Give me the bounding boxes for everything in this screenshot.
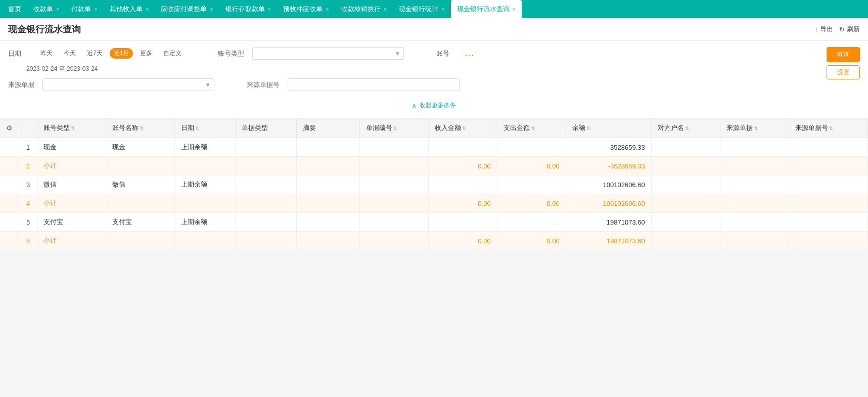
account-dots-button[interactable]: ... [465,49,474,58]
col-income[interactable]: 收入金额⇅ [428,118,497,138]
chevron-down-icon: ▾ [206,81,210,89]
nav-tab-shoukuan[interactable]: 收款单 × [27,0,65,18]
col-balance[interactable]: 余额⇅ [566,118,651,138]
col-source-doc[interactable]: 来源单据⇅ [720,118,789,138]
table-row: 4小计0.000.00100102606.60 [0,194,868,213]
date-opt-1month[interactable]: 近1月 [110,48,133,59]
right-buttons: 查询 设置 [827,47,860,79]
nav-tab-verification[interactable]: 收款核销执行 × [335,0,393,18]
col-settings[interactable]: ⚙ [0,118,19,138]
sort-icon: ⇅ [393,125,397,131]
table-container: ⚙ 账号类型⇅ 账号名称⇅ 日期⇅ 单据类型 摘要 单据编号⇅ 收入金 [0,118,868,250]
chevron-down-icon: ▾ [396,50,399,57]
sort-icon: ⇅ [195,125,199,131]
account-type-label: 账号类型 [218,49,244,58]
close-icon[interactable]: × [513,6,516,12]
data-table: ⚙ 账号类型⇅ 账号名称⇅ 日期⇅ 单据类型 摘要 单据编号⇅ 收入金 [0,118,868,250]
refresh-button[interactable]: ↻ 刷新 [839,25,860,34]
col-counterparty[interactable]: 对方户名⇅ [651,118,720,138]
collapse-bar[interactable]: ∧ 收起更多条件 [8,99,860,112]
export-icon: ↑ [815,26,818,33]
nav-tab-bank-deposit[interactable]: 银行存取款单 × [219,0,277,18]
collapse-label: 收起更多条件 [420,101,456,110]
date-opt-yesterday[interactable]: 昨天 [36,48,57,59]
sort-icon: ⇅ [754,125,758,131]
source-doc-label: 来源单据 [8,80,34,90]
col-expense[interactable]: 支出金额⇅ [497,118,566,138]
nav-tab-flow-query[interactable]: 现金银行流水查询 × [451,0,522,18]
close-icon[interactable]: × [146,6,149,12]
nav-tab-fukuan[interactable]: 付款单 × [65,0,103,18]
close-icon[interactable]: × [384,6,387,12]
close-icon[interactable]: × [441,6,444,12]
account-label: 账号 [436,49,456,58]
close-icon[interactable]: × [326,6,329,12]
source-doc-no-label: 来源单据号 [247,80,280,90]
export-button[interactable]: ↑ 导出 [815,25,834,34]
collapse-icon: ∧ [412,102,417,109]
table-header-row: ⚙ 账号类型⇅ 账号名称⇅ 日期⇅ 单据类型 摘要 单据编号⇅ 收入金 [0,118,868,138]
filter-area: 日期 昨天 今天 近7天 近1月 更多 自定义 账号类型 ▾ [0,41,868,118]
col-summary: 摘要 [296,118,359,138]
top-nav: 首页 收款单 × 付款单 × 其他收入单 × 应收应付调整单 × 银行存取款单 … [0,0,868,18]
nav-home[interactable]: 首页 [2,5,27,14]
nav-tab-other-income[interactable]: 其他收入单 × [104,0,155,18]
col-date[interactable]: 日期⇅ [174,118,235,138]
close-icon[interactable]: × [56,6,59,12]
sort-icon: ⇅ [71,125,75,131]
nav-tab-prepayment[interactable]: 预收冲应收单 × [277,0,335,18]
col-row-num [19,118,37,138]
nav-tab-adjustment[interactable]: 应收应付调整单 × [155,0,219,18]
date-opt-custom[interactable]: 自定义 [159,48,186,59]
refresh-icon: ↻ [839,26,845,33]
close-icon[interactable]: × [94,6,97,12]
settings-button[interactable]: 设置 [827,65,860,79]
date-range-display: 2023-02-24 至 2023-03-24 [26,65,98,72]
table-row: 6小计0.000.0019871073.60 [0,232,868,250]
settings-icon[interactable]: ⚙ [6,124,13,132]
col-account-type[interactable]: 账号类型⇅ [37,118,106,138]
col-doc-type: 单据类型 [236,118,296,138]
query-button[interactable]: 查询 [827,47,860,62]
account-type-input[interactable]: ▾ [252,47,404,60]
page-title: 现金银行流水查询 [8,23,81,35]
sort-icon: ⇅ [140,125,144,131]
date-opt-today[interactable]: 今天 [60,48,80,59]
table-row: 3微信微信上期余额100102606.60 [0,175,868,194]
sort-icon: ⇅ [462,125,466,131]
table-row: 1现金现金上期余额-3528659.33 [0,138,868,157]
close-icon[interactable]: × [210,6,213,12]
col-doc-no[interactable]: 单据编号⇅ [359,118,428,138]
sort-icon: ⇅ [829,125,833,131]
date-options: 昨天 今天 近7天 近1月 更多 自定义 [36,48,186,59]
source-doc-no-input[interactable] [288,78,460,91]
source-doc-input[interactable]: ▾ [42,78,214,91]
col-account-name[interactable]: 账号名称⇅ [106,118,174,138]
date-opt-more[interactable]: 更多 [136,48,156,59]
header-actions: ↑ 导出 ↻ 刷新 [815,25,860,34]
nav-tab-bank-stats[interactable]: 现金银行统计 × [393,0,450,18]
sort-icon: ⇅ [685,125,689,131]
close-icon[interactable]: × [268,6,271,12]
table-row: 5支付宝支付宝上期余额19871073.60 [0,213,868,232]
col-source-doc-no[interactable]: 来源单据号⇅ [789,118,867,138]
page-header: 现金银行流水查询 ↑ 导出 ↻ 刷新 [0,18,868,41]
table-row: 2小计0.000.00-3528659.33 [0,157,868,175]
date-label: 日期 [8,49,28,58]
sort-icon: ⇅ [586,125,590,131]
sort-icon: ⇅ [531,125,535,131]
date-opt-7days[interactable]: 近7天 [83,48,107,59]
